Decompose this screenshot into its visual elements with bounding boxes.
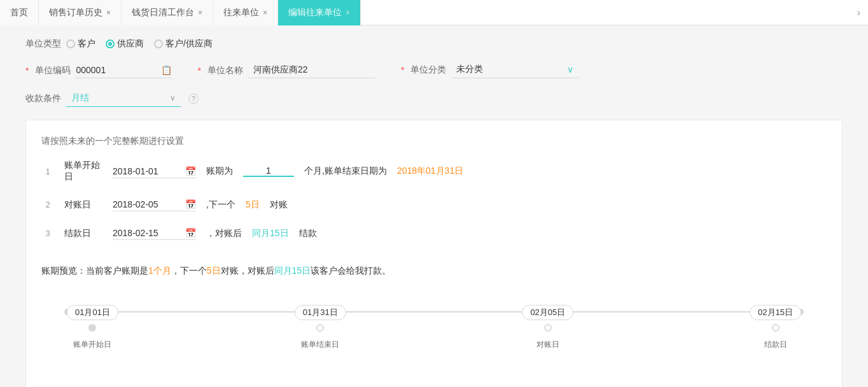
end-date-highlight: 2018年01月31日 <box>397 165 463 177</box>
unit-name-field: * 单位名称 <box>197 62 375 78</box>
timeline-node-3: 02月15日 结款日 <box>750 305 801 350</box>
preview-part1: 1个月 <box>148 265 171 276</box>
date-field-3[interactable] <box>113 228 183 238</box>
radio-customer-circle <box>66 39 75 48</box>
chevron-down-icon: ∨ <box>567 64 573 74</box>
main-content: 单位类型 客户 供应商 客户/供应商 * 单位编码 <box>0 25 868 387</box>
day-highlight-2: 5日 <box>246 199 260 211</box>
payment-terms-field: 收款条件 月结 ∨ ? <box>25 90 199 107</box>
unit-category-label: 单位分类 <box>410 64 446 76</box>
day-highlight-3: 同月15日 <box>252 228 289 239</box>
unit-code-field: * 单位编码 📋 <box>25 62 172 78</box>
calendar-icon-1[interactable]: 📅 <box>185 166 196 176</box>
help-icon[interactable]: ? <box>188 94 199 104</box>
row-num-2: 2 <box>41 200 54 209</box>
unit-category-field: * 单位分类 未分类 ∨ <box>401 61 578 78</box>
unit-name-input[interactable] <box>248 62 375 78</box>
tab-related-label: 往来单位 <box>223 7 259 18</box>
tab-cash-label: 钱货日清工作台 <box>132 7 194 18</box>
preview-part5: 同月15日 <box>274 265 311 276</box>
unit-category-required-star: * <box>401 65 404 75</box>
node-date-0: 01月01日 <box>67 305 118 320</box>
payment-terms-row: 收款条件 月结 ∨ ? <box>25 90 843 107</box>
timeline-node-0: 01月01日 账单开始日 <box>67 305 118 350</box>
date-input-1: 📅 <box>113 165 196 178</box>
unit-info-row: * 单位编码 📋 * 单位名称 * 单位分类 未分类 ∨ <box>25 61 843 78</box>
date-field-2[interactable] <box>113 199 183 209</box>
tab-home[interactable]: 首页 <box>0 0 39 25</box>
node-circle-2 <box>544 324 552 332</box>
payment-terms-select[interactable]: 月结 ∨ <box>66 90 181 107</box>
timeline-node-1: 01月31日 账单结束日 <box>295 305 346 350</box>
unit-name-label: 单位名称 <box>207 65 243 76</box>
card-description: 请按照未来的一个完整帐期进行设置 <box>41 136 827 147</box>
tabs-more-button[interactable]: › <box>850 7 868 18</box>
close-icon[interactable]: × <box>346 8 350 17</box>
calendar-icon[interactable]: 📋 <box>161 65 172 75</box>
preview-section: 账期预览：当前客户账期是1个月，下一个5日对账，对账后同月15日该客户会给我打款… <box>41 255 827 376</box>
date-input-2: 📅 <box>113 198 196 211</box>
date-input-3: 📅 <box>113 227 196 240</box>
tab-edit-label: 编辑往来单位 <box>288 7 342 18</box>
close-icon[interactable]: × <box>106 8 111 17</box>
billing-card: 请按照未来的一个完整帐期进行设置 1 账单开始日 📅 账期为 个月,账单结束日期… <box>25 120 843 387</box>
unit-name-required-star: * <box>197 66 200 76</box>
row-label-3: 结款日 <box>64 228 102 239</box>
unit-category-select[interactable]: 未分类 ∨ <box>451 61 578 78</box>
tab-sales-label: 销售订单历史 <box>49 7 102 18</box>
node-label-3: 结款日 <box>764 339 787 350</box>
node-circle-1 <box>316 324 324 332</box>
node-date-3: 02月15日 <box>750 305 801 320</box>
billing-row-3: 3 结款日 📅 ，对账后 同月15日 结款 <box>41 227 827 240</box>
node-circle-3 <box>772 324 780 332</box>
node-label-2: 对账日 <box>536 339 559 350</box>
row-label-2: 对账日 <box>64 199 102 211</box>
payment-terms-label: 收款条件 <box>25 93 61 104</box>
unit-category-value: 未分类 <box>456 64 567 75</box>
calendar-icon-3[interactable]: 📅 <box>185 228 196 238</box>
radio-supplier-label: 供应商 <box>117 38 144 50</box>
radio-both-label: 客户/供应商 <box>165 38 213 50</box>
row-label-1: 账单开始日 <box>64 160 102 183</box>
period-input-wrap <box>243 165 294 177</box>
unit-code-input[interactable] <box>76 65 158 75</box>
node-circle-0 <box>88 324 96 332</box>
date-field-1[interactable] <box>113 166 183 176</box>
radio-supplier[interactable]: 供应商 <box>106 38 144 50</box>
tab-sales-order-history[interactable]: 销售订单历史 × <box>39 0 122 25</box>
radio-customer-label: 客户 <box>78 38 95 50</box>
node-label-1: 账单结束日 <box>301 339 339 350</box>
chevron-down-icon: ∨ <box>170 94 176 102</box>
close-icon[interactable]: × <box>198 8 202 17</box>
unit-code-input-wrap: 📋 <box>76 62 172 78</box>
unit-type-label: 单位类型 <box>25 38 61 50</box>
period-input[interactable] <box>243 165 294 176</box>
payment-terms-value: 月结 <box>71 92 167 104</box>
tab-edit-related-unit[interactable]: 编辑往来单位 × <box>278 0 361 25</box>
timeline: 01月01日 账单开始日 01月31日 账单结束日 02月05日 对账日 <box>41 292 827 376</box>
billing-row-1: 1 账单开始日 📅 账期为 个月,账单结束日期为 2018年01月31日 <box>41 160 827 183</box>
calendar-icon-2[interactable]: 📅 <box>185 199 196 209</box>
suffix-pre-2: ,下一个 <box>206 199 235 211</box>
suffix-pre-3: ，对账后 <box>206 228 242 239</box>
row-num-3: 3 <box>41 229 54 238</box>
radio-supplier-circle <box>106 39 115 48</box>
row-num-1: 1 <box>41 167 54 176</box>
preview-text: 账期预览：当前客户账期是1个月，下一个5日对账，对账后同月15日该客户会给我打款… <box>41 265 827 277</box>
close-icon[interactable]: × <box>263 8 267 17</box>
suffix-post-3: 结款 <box>299 228 317 239</box>
suffix-mid-2: 对账 <box>270 199 288 211</box>
unit-type-radio-group: 客户 供应商 客户/供应商 <box>66 38 213 50</box>
radio-customer[interactable]: 客户 <box>66 38 95 50</box>
suffix-post-1: 个月,账单结束日期为 <box>304 165 387 177</box>
tab-related-units[interactable]: 往来单位 × <box>213 0 278 25</box>
node-label-0: 账单开始日 <box>73 339 111 350</box>
node-date-1: 01月31日 <box>295 305 346 320</box>
preview-part4: 对账，对账后 <box>221 265 274 276</box>
preview-part3: 5日 <box>207 265 221 276</box>
tab-cash-ledger[interactable]: 钱货日清工作台 × <box>122 0 213 25</box>
node-date-2: 02月05日 <box>522 305 573 320</box>
radio-both[interactable]: 客户/供应商 <box>154 38 213 50</box>
preview-part6: 该客户会给我打款。 <box>311 265 391 276</box>
unit-code-label: 单位编码 <box>35 65 71 76</box>
